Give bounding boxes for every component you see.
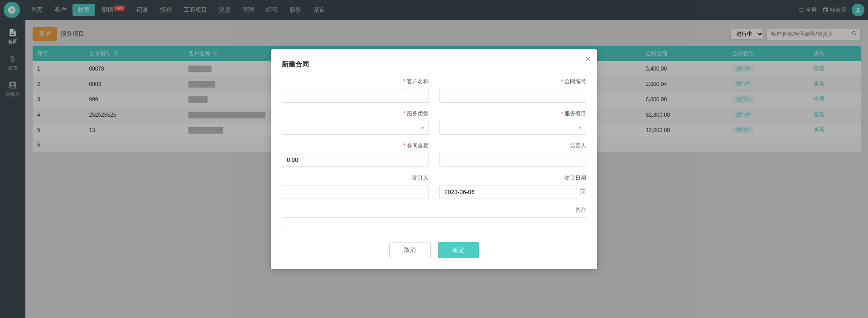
contract-no-input[interactable] <box>439 89 586 103</box>
responsible-label: 负责人 <box>439 142 586 150</box>
responsible-field: 负责人 <box>439 142 586 167</box>
contract-no-label: * 合同编号 <box>439 78 586 85</box>
customer-name-label: * 客户名称 <box>282 78 429 85</box>
modal-overlay[interactable]: 新建合同 ✕ * 客户名称 * 合同编号 * 服务类型 <box>0 0 868 318</box>
modal-title: 新建合同 <box>282 60 586 69</box>
amount-input[interactable] <box>282 153 429 167</box>
signer-field: 签订人 <box>282 174 429 199</box>
service-type-select-wrapper: ▼ <box>282 121 429 135</box>
modal-form: * 客户名称 * 合同编号 * 服务类型 ▼ <box>282 78 586 231</box>
signer-label: 签订人 <box>282 174 429 182</box>
service-type-select[interactable] <box>282 121 429 135</box>
modal-close-button[interactable]: ✕ <box>585 55 591 63</box>
confirm-button[interactable]: 确定 <box>438 242 479 258</box>
sign-date-field: 签订日期 <box>439 174 586 199</box>
modal-footer: 取消 确定 <box>282 242 586 258</box>
calendar-icon[interactable] <box>579 188 586 196</box>
notes-input[interactable] <box>282 217 586 231</box>
sign-date-input[interactable] <box>439 185 577 199</box>
service-item-select-wrapper: ▼ <box>439 121 586 135</box>
service-type-label: * 服务类型 <box>282 110 429 118</box>
new-contract-modal: 新建合同 ✕ * 客户名称 * 合同编号 * 服务类型 <box>271 49 597 269</box>
responsible-input[interactable] <box>439 153 586 167</box>
notes-label: 备注 <box>282 206 586 214</box>
signer-input[interactable] <box>282 185 429 199</box>
service-type-field: * 服务类型 ▼ <box>282 110 429 135</box>
service-item-label: * 服务项目 <box>439 110 586 118</box>
service-item-field: * 服务项目 ▼ <box>439 110 586 135</box>
cancel-button[interactable]: 取消 <box>389 242 431 258</box>
amount-field: * 合同金额 <box>282 142 429 167</box>
service-item-select[interactable] <box>439 121 586 135</box>
customer-name-field: * 客户名称 <box>282 78 429 103</box>
amount-label: * 合同金额 <box>282 142 429 150</box>
sign-date-label: 签订日期 <box>439 174 586 182</box>
notes-field: 备注 <box>282 206 586 231</box>
contract-no-field: * 合同编号 <box>439 78 586 103</box>
customer-name-input[interactable] <box>282 89 429 103</box>
